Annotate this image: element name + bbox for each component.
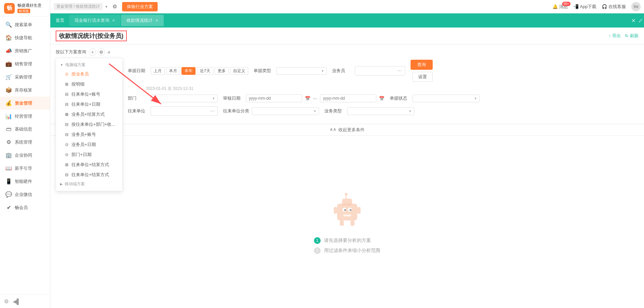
- tab-bank-flow[interactable]: 现金银行流水查询 ✕: [69, 15, 120, 26]
- refresh-button[interactable]: ↻ 刷新: [625, 33, 639, 39]
- partner-category-select[interactable]: ▾: [252, 107, 319, 115]
- refresh-icon: ↻: [625, 33, 629, 38]
- settings-button[interactable]: 设置: [413, 72, 433, 82]
- sidebar-item-marketing[interactable]: 📣 营销推广: [0, 44, 50, 57]
- sidebar-item-wechat[interactable]: 💬 企业微信: [0, 188, 50, 201]
- category-select[interactable]: ▾: [276, 67, 327, 75]
- online-service-area[interactable]: 🎧 在线客服: [602, 4, 626, 10]
- scheme-item-partner-account[interactable]: ⊟ 往来单位+账号: [56, 89, 122, 99]
- sidebar-item-quicknav[interactable]: 🏠 快捷导航: [0, 31, 50, 44]
- sidebar-item-enterprise[interactable]: 🏢 企业协同: [0, 149, 50, 162]
- wechat-icon: 💬: [5, 191, 12, 198]
- sidebar-item-system[interactable]: ⚙ 系统管理: [0, 136, 50, 149]
- filter-group-status: 单据状态 ▾: [390, 95, 480, 102]
- review-date-end-input[interactable]: [320, 94, 376, 102]
- scheme-item-sp-date[interactable]: ⊙ 业务员+日期: [56, 140, 122, 150]
- sidebar-item-inventory[interactable]: 📦 库存核算: [0, 84, 50, 97]
- maximize-btn[interactable]: ⤢: [638, 17, 643, 24]
- sidebar-item-vip[interactable]: ✔ 畅会员: [0, 201, 50, 214]
- collapse-more-bar[interactable]: ∧∧ 收起更多条件: [50, 124, 644, 136]
- sidebar-item-guide[interactable]: 📖 新手引导: [0, 162, 50, 175]
- date-btn-7days[interactable]: 近7天: [197, 67, 213, 75]
- app-download-area[interactable]: 📲 App下载: [573, 4, 596, 10]
- scheme-item-sp-account[interactable]: ⊟ 业务员+账号: [56, 130, 122, 140]
- status-select[interactable]: ▾: [413, 95, 480, 102]
- sidebar-item-baseinfo[interactable]: 🗃 基础信息: [0, 123, 50, 136]
- tab-collection-stats-close[interactable]: ✕: [155, 18, 158, 23]
- scheme-item-label: 业务员+结算方式: [71, 111, 105, 117]
- query-button[interactable]: 查询: [411, 60, 433, 70]
- collapse-more-label: 收起更多条件: [338, 127, 365, 133]
- mobile-group-title[interactable]: ▶ 移动端方案: [56, 180, 122, 188]
- sidebar-item-sales[interactable]: 💼 销售管理: [0, 57, 50, 70]
- scheme-icon-sp-account: ⊟: [64, 132, 69, 137]
- refresh-label: 刷新: [630, 33, 639, 39]
- scheme-item-salesperson-settle[interactable]: ⊠ 业务员+结算方式: [56, 109, 122, 119]
- scheme-item-partner-settle1[interactable]: ⊞ 往来单位+结算方式: [56, 160, 122, 170]
- user-avatar[interactable]: Rit: [631, 2, 641, 11]
- step-num-2: 2: [314, 247, 321, 254]
- date-btn-custom[interactable]: 自定义: [230, 67, 248, 75]
- empty-steps: 1 请先选择要分析的方案 2 用过滤条件来缩小分析范围: [314, 237, 380, 254]
- dept-select[interactable]: ▾: [151, 95, 218, 102]
- app-logo-icon: 畅: [4, 3, 15, 14]
- scheme-item-by-detail[interactable]: ⊞ 按明细: [56, 79, 122, 89]
- sidebar-item-search[interactable]: 🔍 搜索菜单: [0, 18, 50, 31]
- filter-section: 单据日期 上月 本月 本年 近7天 更多 自定义 单据类型: [128, 60, 639, 116]
- step-2-label: 用过滤条件来缩小分析范围: [324, 248, 380, 254]
- close-all-tabs-btn[interactable]: ✕: [631, 17, 636, 24]
- biz-type-select[interactable]: ▾: [347, 107, 414, 115]
- status-chevron-icon: ▾: [475, 96, 477, 101]
- tab-collection-stats[interactable]: 收款情况统计 ✕: [121, 15, 164, 26]
- sidebar-item-finance[interactable]: 💰 资金管理: [0, 97, 50, 110]
- breadcrumb-dropdown-icon[interactable]: ▾: [105, 4, 107, 9]
- notification-area[interactable]: 🔔 消息 99+: [552, 4, 568, 10]
- add-scheme-btn[interactable]: +: [89, 48, 96, 56]
- scheme-item-label: 往来单位+结算方式: [71, 162, 109, 168]
- guide-icon: 📖: [5, 165, 12, 171]
- step-num-1: 1: [314, 237, 321, 244]
- trial-button[interactable]: 体验行业方案: [122, 2, 158, 11]
- date-to: 至: [168, 86, 173, 91]
- settings-footer-btn[interactable]: ⚙: [4, 298, 9, 305]
- query-scheme-label: 按以下方案查询: [56, 49, 86, 55]
- collapse-sidebar-btn[interactable]: ◀▌: [13, 298, 20, 305]
- date-btn-more[interactable]: 更多: [215, 67, 229, 75]
- scheme-item-partner-settle2[interactable]: ⊟ 往来单位+结算方式: [56, 170, 122, 180]
- sidebar-item-purchase[interactable]: 🛒 采购管理: [0, 70, 50, 84]
- partner-select[interactable]: ···: [151, 106, 218, 116]
- top-header-right: 🔔 消息 99+ 📲 App下载 🎧 在线客服 Rit: [552, 2, 641, 11]
- tab-bank-flow-close[interactable]: ✕: [112, 18, 115, 23]
- review-date-start-input[interactable]: [246, 94, 302, 102]
- sidebar-item-finance-label: 资金管理: [15, 100, 32, 106]
- date-btn-this-month[interactable]: 本月: [166, 67, 180, 75]
- partner-more-icon[interactable]: ···: [210, 108, 215, 114]
- collapse-scheme-btn[interactable]: «: [108, 49, 110, 55]
- scheme-icon-partner-date: ⊟: [64, 102, 69, 107]
- partner-category-label: 往来单位分类: [223, 108, 249, 114]
- scheme-settings-btn[interactable]: ⚙: [98, 48, 105, 56]
- scheme-item-partner-date[interactable]: ⊟ 往来单位+日期: [56, 99, 122, 109]
- pc-group-title[interactable]: ▼ 电脑端方案: [56, 61, 122, 69]
- scheme-item-partner-dept-coll[interactable]: ⊟ 按往来单位+部门+收...: [56, 119, 122, 130]
- scheme-icon-detail: ⊞: [64, 82, 69, 87]
- header-gear-btn[interactable]: ⚙: [110, 2, 119, 11]
- salesperson-select[interactable]: ···: [355, 66, 405, 75]
- calendar-start-icon[interactable]: 📅: [305, 96, 310, 101]
- salesperson-more-icon[interactable]: ···: [397, 68, 402, 74]
- date-btn-last-month[interactable]: 上月: [151, 67, 165, 75]
- date-btn-this-year[interactable]: 本年: [181, 67, 196, 75]
- app-badge: 标准版: [17, 9, 30, 13]
- sidebar-item-operations[interactable]: 📊 经营管理: [0, 110, 50, 123]
- calendar-end-icon[interactable]: 📅: [379, 96, 384, 101]
- scheme-icon-sp-date: ⊙: [64, 142, 69, 147]
- tab-home[interactable]: 首页: [52, 15, 68, 25]
- sidebar: 畅 畅捷通好生意 标准版 🔍 搜索菜单 🏠 快捷导航 📣 营销推广 💼 销售管理…: [0, 0, 50, 308]
- export-icon: ↑: [609, 33, 611, 38]
- tab-bar-right: ✕ ⤢: [631, 17, 643, 24]
- sidebar-item-purchase-label: 采购管理: [15, 74, 32, 80]
- sidebar-item-hardware[interactable]: 📱 智能硬件: [0, 175, 50, 188]
- export-button[interactable]: ↑ 导出: [609, 33, 621, 39]
- scheme-item-dept-date[interactable]: ⊙ 部门+日期: [56, 150, 122, 160]
- scheme-item-by-salesperson[interactable]: ⊙ 按业务员: [56, 69, 122, 79]
